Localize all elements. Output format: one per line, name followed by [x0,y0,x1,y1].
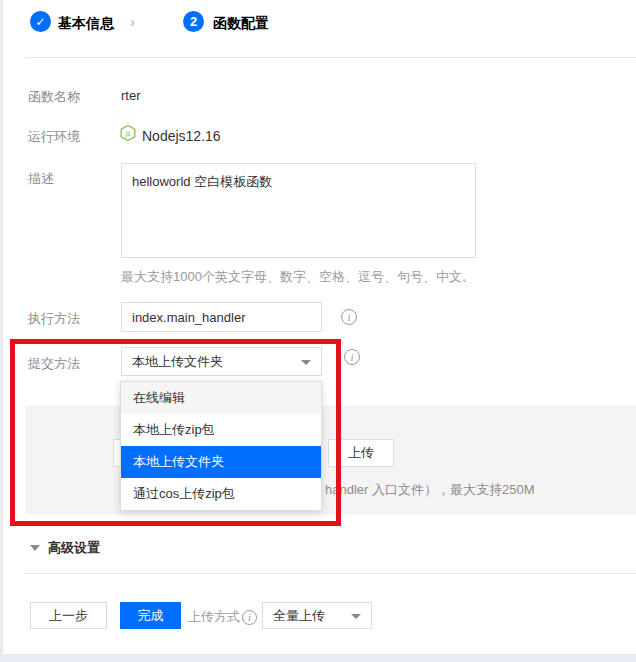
advanced-settings-toggle[interactable]: 高级设置 [30,539,100,557]
handler-info-icon[interactable]: i [341,309,357,325]
step2-number: 2 [183,11,204,32]
nodejs-icon: js [119,124,137,146]
triangle-down-icon [30,545,40,551]
handler-input[interactable] [121,302,322,332]
upload-mode-label: 上传方式 i [188,608,257,626]
upload-mode-select[interactable]: 全量上传 [262,602,372,629]
dropdown-option-cos-zip[interactable]: 通过cos上传zip包 [121,478,321,510]
submit-method-select[interactable]: 本地上传文件夹 [121,347,322,376]
dropdown-option-local-zip[interactable]: 本地上传zip包 [121,414,321,446]
function-name-label: 函数名称 [28,88,80,106]
description-hint: 最大支持1000个英文字母、数字、空格、逗号、句号、中文。 [121,268,475,286]
handler-label: 执行方法 [28,310,80,328]
svg-text:js: js [124,130,131,138]
finish-button[interactable]: 完成 [120,602,181,629]
page-bottom-background [0,654,636,662]
runtime-value: Nodejs12.16 [142,128,221,144]
chevron-down-icon [301,360,311,365]
description-textarea[interactable]: helloworld 空白模板函数 [121,163,476,258]
submit-method-dropdown: 在线编辑 本地上传zip包 本地上传文件夹 通过cos上传zip包 [120,381,322,511]
step-chevron-icon: › [130,13,135,30]
submit-method-label: 提交方法 [28,355,80,373]
advanced-settings-label: 高级设置 [48,539,100,557]
dropdown-option-local-folder[interactable]: 本地上传文件夹 [121,446,321,478]
runtime-label: 运行环境 [28,128,80,146]
step1-label[interactable]: 基本信息 [58,15,114,33]
upload-mode-label-text: 上传方式 [188,608,240,626]
submit-method-value: 本地上传文件夹 [132,353,223,371]
chevron-down-icon [351,614,361,619]
header-divider [25,57,636,58]
submit-method-info-icon[interactable]: i [344,349,360,365]
upload-mode-value: 全量上传 [273,607,325,625]
function-name-value: rter [121,88,141,103]
step2-label[interactable]: 函数配置 [213,15,269,33]
upload-mode-info-icon[interactable]: i [242,610,257,625]
upload-button[interactable]: 上传 [328,439,394,467]
description-label: 描述 [28,170,54,188]
advanced-divider [25,573,636,574]
function-code-hint: handler 入口文件），最大支持250M [325,481,535,499]
step1-check-icon: ✓ [30,11,51,32]
panel-left-edge [0,0,3,654]
dropdown-option-online-edit[interactable]: 在线编辑 [121,382,321,414]
previous-step-button[interactable]: 上一步 [30,602,107,629]
